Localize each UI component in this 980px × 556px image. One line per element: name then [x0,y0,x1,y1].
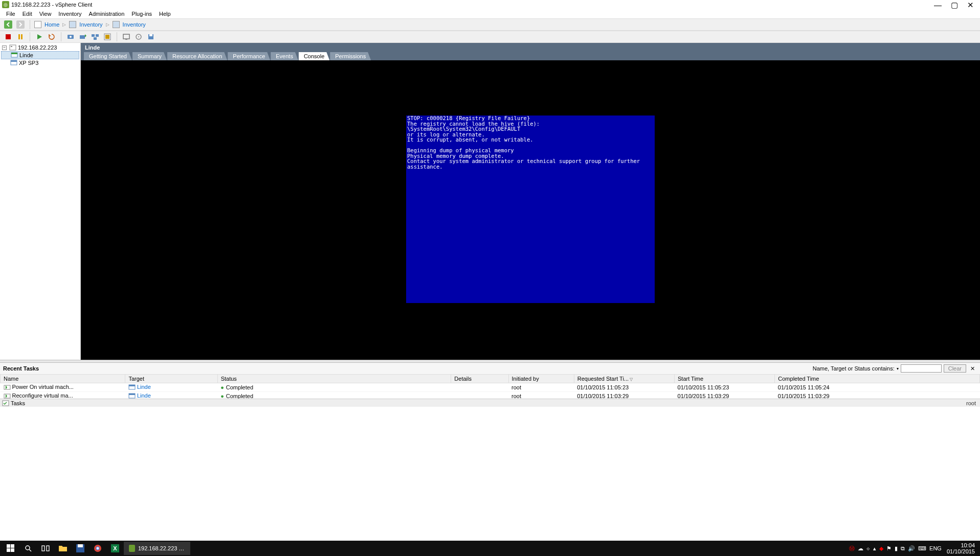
menu-edit[interactable]: Edit [19,10,35,17]
separator [30,20,30,29]
revert-snapshot-button[interactable] [78,32,88,42]
snapshot-manager-button[interactable] [90,32,100,42]
tab-performance[interactable]: Performance [228,52,270,60]
start-button[interactable] [2,541,19,555]
tray-volume-icon[interactable]: 🔊 [908,545,915,552]
snapshot-button[interactable] [65,32,76,42]
tray-network-icon[interactable]: ⧉ [901,545,905,552]
table-row[interactable]: Power On virtual mach...LindeCompletedro… [1,383,980,392]
separator [30,32,30,41]
stop-button[interactable] [3,32,13,42]
breadcrumb-home[interactable]: Home [44,21,59,28]
svg-point-35 [26,546,30,550]
menu-administration[interactable]: Administration [86,10,128,17]
collapse-icon[interactable]: − [2,45,7,50]
menu-view[interactable]: View [36,10,55,17]
tray-clock[interactable]: 10:04 01/10/2015 [945,542,975,554]
vm-icon [128,384,136,391]
col-status[interactable]: Status [217,375,451,383]
close-button[interactable]: ✕ [967,1,974,9]
menu-inventory[interactable]: Inventory [55,10,84,17]
tray-flag-icon[interactable]: ⚑ [886,545,892,552]
breadcrumb-inventory[interactable]: Inventory [123,21,146,28]
svg-text:X: X [113,545,117,551]
svg-rect-33 [7,548,10,552]
cd-button[interactable] [133,32,144,42]
tab-getting-started[interactable]: Getting Started [84,52,132,60]
play-button[interactable] [34,32,44,42]
explorer-icon[interactable] [54,541,72,555]
svg-rect-17 [149,34,152,36]
col-name[interactable]: Name [1,375,125,383]
filter-input[interactable] [901,364,942,373]
col-initiated-by[interactable]: Initiated by [508,375,574,383]
table-row[interactable]: Reconfigure virtual ma...LindeCompletedr… [1,392,980,399]
tab-summary[interactable]: Summary [132,52,167,60]
save-icon[interactable] [72,541,89,555]
tray-bluetooth-icon[interactable]: ⟐ [866,545,870,551]
status-tasks-label[interactable]: Tasks [11,400,25,406]
vm-tabstrip: Getting StartedSummaryResource Allocatio… [81,52,980,60]
vm-icon [11,52,18,59]
col-completed-time[interactable]: Completed Time [775,375,980,383]
tab-console[interactable]: Console [299,52,329,60]
separator [61,32,61,41]
search-button[interactable] [19,541,37,555]
minimize-button[interactable]: — [934,1,942,9]
col-requested-start-ti-[interactable]: Requested Start Ti...▽ [574,375,674,383]
tasks-table: NameTargetStatusDetailsInitiated byReque… [0,374,980,399]
console-view[interactable]: STOP: c0000218 {Registry File Failure} T… [81,60,980,360]
clear-button[interactable]: Clear [944,364,966,373]
col-details[interactable]: Details [451,375,508,383]
nav-toolbar: Home▷Inventory▷Inventory [0,18,980,31]
tab-resource-allocation[interactable]: Resource Allocation [167,52,227,60]
excel-icon[interactable]: X [106,541,124,555]
breadcrumb-inventory[interactable]: Inventory [79,21,102,28]
chrome-icon[interactable] [89,541,106,555]
main-split: − 192.168.22.223 LindeXP SP3 Linde Getti… [0,43,980,360]
menu-plugins[interactable]: Plug-ins [128,10,155,17]
inventory-icon [113,21,120,28]
task-view-button[interactable] [37,541,54,555]
col-start-time[interactable]: Start Time [675,375,775,383]
tree-vm-linde[interactable]: Linde [1,51,79,59]
status-user: root [966,400,978,406]
guest-screen[interactable]: STOP: c0000218 {Registry File Failure} T… [406,115,655,303]
tab-events[interactable]: Events [271,52,298,60]
restart-button[interactable] [47,32,57,42]
floppy-button[interactable] [146,32,156,42]
recent-tasks-header: Recent Tasks Name, Target or Status cont… [0,363,980,374]
svg-rect-10 [94,37,97,40]
svg-rect-38 [47,546,49,551]
tray-lang[interactable]: ENG [929,545,942,551]
svg-rect-13 [123,34,129,39]
taskbar-vsphere-app[interactable]: 192.168.22.223 - vS... [124,542,190,555]
maximize-button[interactable]: ▢ [951,1,958,9]
system-tray: Ⓜ ☁ ⟐ ▴ ◆ ⚑ ▮ ⧉ 🔊 ⌨ ENG 10:04 01/10/2015 [849,542,978,554]
tasks-close-icon[interactable]: ✕ [968,365,977,372]
tray-battery-icon[interactable]: ▮ [895,545,898,552]
console-button[interactable] [121,32,131,42]
svg-rect-12 [105,35,109,39]
menu-help[interactable]: Help [156,10,174,17]
pause-button[interactable] [15,32,26,42]
tray-keyboard-icon[interactable]: ⌨ [918,545,926,552]
tab-permissions[interactable]: Permissions [330,52,371,60]
windows-taskbar: X 192.168.22.223 - vS... Ⓜ ☁ ⟐ ▴ ◆ ⚑ ▮ ⧉… [0,541,980,556]
back-button[interactable] [3,19,13,30]
target-link[interactable]: Linde [137,384,151,390]
inventory-tree[interactable]: − 192.168.22.223 LindeXP SP3 [0,43,81,360]
tree-vm-xp-sp3[interactable]: XP SP3 [1,59,79,66]
forward-button[interactable] [15,19,26,30]
svg-rect-21 [11,53,17,54]
tray-onedrive-icon[interactable]: ☁ [858,545,863,552]
menu-file[interactable]: File [3,10,18,17]
edit-settings-button[interactable] [102,32,113,42]
home-icon [34,21,41,28]
target-link[interactable]: Linde [137,392,151,399]
tray-chevron-up-icon[interactable]: ▴ [873,545,876,552]
tray-adobe-icon[interactable]: ◆ [879,545,883,552]
tray-mcafee-icon[interactable]: Ⓜ [849,545,855,552]
tree-host[interactable]: − 192.168.22.223 [1,44,79,51]
col-target[interactable]: Target [125,375,217,383]
